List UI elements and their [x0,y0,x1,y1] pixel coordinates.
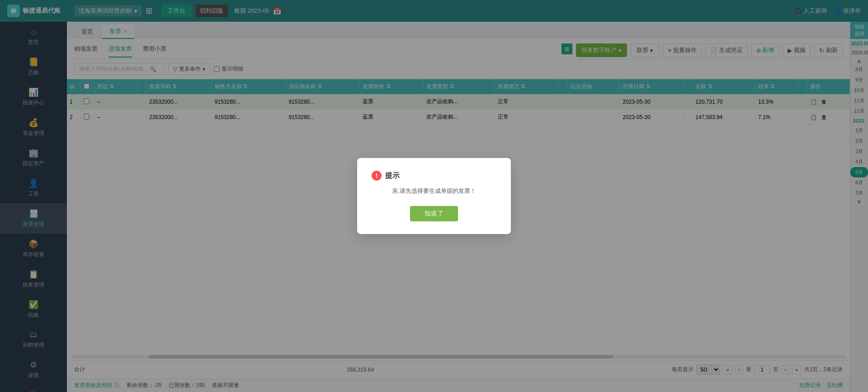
modal-message: 亲,请先选择要生成单据的发票！ [372,187,496,195]
modal-box: ! 提示 亲,请先选择要生成单据的发票！ 知道了 [357,158,511,234]
modal-title-row: ! 提示 [372,171,496,181]
modal-warning-icon: ! [372,171,382,181]
modal-ok-button[interactable]: 知道了 [410,206,458,221]
modal-overlay: ! 提示 亲,请先选择要生成单据的发票！ 知道了 [0,0,868,392]
modal-title: 提示 [385,171,400,181]
